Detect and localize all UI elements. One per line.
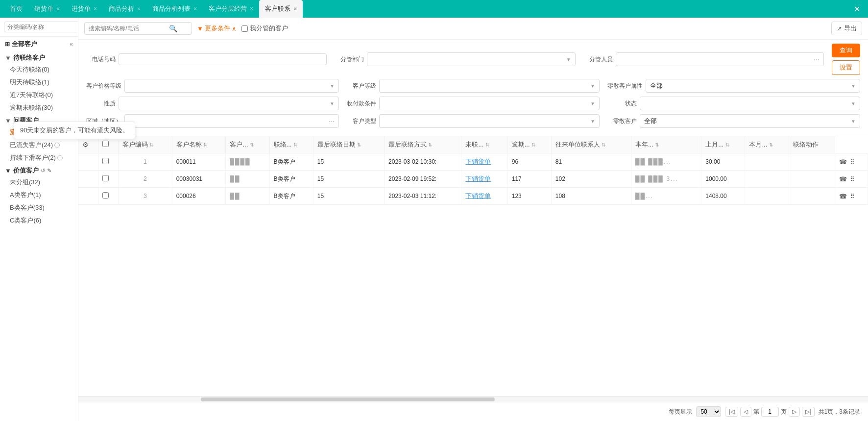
sidebar-group-value[interactable]: ▼ 价值客户 ↺ ✎ bbox=[0, 164, 78, 176]
last-method-link[interactable]: 下销货单 bbox=[465, 175, 491, 182]
sidebar-item-today[interactable]: 今天待联络(0) bbox=[0, 63, 78, 76]
more-conditions-btn[interactable]: ▼ 更多条件 ∧ bbox=[197, 24, 237, 33]
tab-customer-contact[interactable]: 客户联系 × bbox=[259, 0, 303, 18]
row-checkbox-0[interactable] bbox=[102, 158, 109, 164]
filter-search-icon[interactable]: 🔍 bbox=[169, 25, 177, 32]
sidebar-search-input[interactable] bbox=[4, 22, 78, 32]
page-input[interactable] bbox=[761, 407, 779, 417]
col-last-date[interactable]: 最后联络日期 ⇅ bbox=[313, 136, 384, 153]
last-method-link[interactable]: 下销货单 bbox=[465, 158, 491, 165]
col-name[interactable]: 客户名称 ⇅ bbox=[172, 136, 226, 153]
select-all-checkbox[interactable] bbox=[102, 141, 109, 147]
first-page-btn[interactable]: |◁ bbox=[725, 407, 738, 417]
phone-input[interactable] bbox=[119, 53, 327, 65]
row-last-method-cell[interactable]: 下销货单 bbox=[461, 153, 507, 171]
contact-count-sort-icon[interactable]: ⇅ bbox=[293, 142, 297, 148]
last-month-sort-icon[interactable]: ⇅ bbox=[725, 142, 729, 148]
customer-type-select[interactable]: ▼ bbox=[379, 114, 600, 128]
sidebar-item-ungrouped[interactable]: 未分组(32) bbox=[0, 176, 78, 189]
my-customers-checkbox[interactable]: 我分管的客户 bbox=[241, 24, 288, 33]
value-edit-icon[interactable]: ✎ bbox=[47, 168, 51, 174]
contact-action-icon-0[interactable]: ☎ bbox=[839, 158, 847, 166]
tab-product-analysis-list-close[interactable]: × bbox=[193, 5, 197, 12]
row-checkbox-1[interactable] bbox=[102, 175, 109, 181]
row-action-cell[interactable]: ☎ ⠿ bbox=[835, 188, 868, 205]
name-sort-icon[interactable]: ⇅ bbox=[203, 142, 207, 148]
prev-page-btn[interactable]: ◁ bbox=[740, 407, 751, 417]
gear-icon[interactable]: ⚙ bbox=[82, 141, 89, 149]
this-month-sort-icon[interactable]: ⇅ bbox=[769, 142, 773, 148]
overdue-sort-icon[interactable]: ⇅ bbox=[531, 142, 535, 148]
row-action-cell[interactable]: ☎ ⠿ bbox=[835, 171, 868, 188]
settings-button[interactable]: 设置 bbox=[832, 60, 860, 75]
contact-action-icon-2[interactable]: ☎ bbox=[839, 193, 847, 200]
nature-select[interactable]: ▼ bbox=[119, 97, 339, 110]
tab-purchase-order[interactable]: 进货单 × bbox=[66, 0, 103, 18]
tab-product-analysis[interactable]: 商品分析 × bbox=[103, 0, 146, 18]
scrollbar-thumb[interactable] bbox=[201, 397, 495, 401]
sidebar-item-c-class[interactable]: C类客户(6) bbox=[0, 214, 78, 227]
tab-purchase-order-close[interactable]: × bbox=[94, 5, 97, 12]
all-customers-header[interactable]: ⊞ 全部客户 « bbox=[0, 37, 78, 51]
sidebar-item-tomorrow[interactable]: 明天待联络(1) bbox=[0, 76, 78, 89]
row-checkbox-cell[interactable] bbox=[98, 171, 118, 188]
dept-select[interactable]: ▼ bbox=[367, 52, 575, 66]
region-more-btn[interactable]: ··· bbox=[329, 117, 335, 125]
status-select[interactable]: ▼ bbox=[640, 97, 860, 110]
row-checkbox-cell[interactable] bbox=[98, 153, 118, 171]
col-type[interactable]: 客户... ⇅ bbox=[226, 136, 269, 153]
tab-product-analysis-list[interactable]: 商品分析列表 × bbox=[146, 0, 203, 18]
row-last-method-cell[interactable]: 下销货单 bbox=[461, 171, 507, 188]
tab-customer-tier[interactable]: 客户分层经营 × bbox=[203, 0, 259, 18]
last-date-sort-icon[interactable]: ⇅ bbox=[357, 142, 361, 148]
table-container[interactable]: ⚙ 客户编码 ⇅ 客户名称 ⇅ 客户... ⇅ 联络... ⇅ 最后联络日期 ⇅… bbox=[78, 136, 868, 396]
region-select[interactable]: ··· bbox=[124, 114, 339, 128]
contact-person-sort-icon[interactable]: ⇅ bbox=[602, 142, 605, 148]
person-select[interactable]: ··· bbox=[616, 52, 824, 66]
col-this-month[interactable]: 本月... ⇅ bbox=[745, 136, 789, 153]
col-contact-person[interactable]: 往来单位联系人 ⇅ bbox=[551, 136, 631, 153]
zero-attr-select[interactable]: 全部 ▼ bbox=[646, 79, 860, 93]
export-button[interactable]: ↗ 导出 bbox=[831, 22, 862, 35]
more-action-icon-2[interactable]: ⠿ bbox=[850, 193, 855, 200]
more-action-icon-0[interactable]: ⠿ bbox=[850, 158, 855, 166]
row-last-method-cell[interactable]: 下销货单 bbox=[461, 188, 507, 205]
customer-level-select[interactable]: ▼ bbox=[379, 79, 600, 93]
sidebar-item-a-class[interactable]: A类客户(1) bbox=[0, 189, 78, 201]
row-checkbox-2[interactable] bbox=[102, 192, 109, 198]
sidebar-item-7days[interactable]: 近7天待联络(0) bbox=[0, 89, 78, 101]
price-level-select[interactable]: ▼ bbox=[124, 79, 339, 93]
next-page-btn[interactable]: ▷ bbox=[789, 407, 800, 417]
payment-select[interactable]: ▼ bbox=[379, 97, 600, 110]
col-last-month[interactable]: 上月... ⇅ bbox=[701, 136, 745, 153]
query-button[interactable]: 查询 bbox=[832, 44, 860, 57]
col-overdue[interactable]: 逾期... ⇅ bbox=[507, 136, 551, 153]
row-action-cell[interactable]: ☎ ⠿ bbox=[835, 153, 868, 171]
sidebar-item-declining[interactable]: 持续下滑客户(2) ⓘ bbox=[0, 151, 78, 164]
tab-sales-order[interactable]: 销货单 × bbox=[28, 0, 66, 18]
last-method-sort-icon[interactable]: ⇅ bbox=[428, 142, 432, 148]
col-this-year[interactable]: 本年... ⇅ bbox=[631, 136, 701, 153]
tab-sales-order-close[interactable]: × bbox=[56, 5, 60, 12]
tab-customer-contact-close[interactable]: × bbox=[293, 5, 297, 12]
window-close-button[interactable]: ✕ bbox=[850, 4, 864, 14]
uncontacted-sort-icon[interactable]: ⇅ bbox=[485, 142, 489, 148]
sidebar-group-pending[interactable]: ▼ 待联络客户 bbox=[0, 51, 78, 63]
col-last-method[interactable]: 最后联络方式 ⇅ bbox=[385, 136, 461, 153]
more-action-icon-1[interactable]: ⠿ bbox=[850, 175, 855, 183]
col-uncontacted[interactable]: 未联... ⇅ bbox=[461, 136, 507, 153]
sidebar-collapse-btn[interactable]: « bbox=[70, 41, 73, 48]
type-sort-icon[interactable]: ⇅ bbox=[250, 142, 254, 148]
horizontal-scrollbar[interactable] bbox=[78, 396, 868, 402]
sidebar-item-b-class[interactable]: B类客户(33) bbox=[0, 201, 78, 214]
sidebar-item-lost[interactable]: 已流失客户(24) ⓘ bbox=[0, 139, 78, 151]
zero-customer-select[interactable]: 全部 ▼ bbox=[640, 114, 860, 128]
contact-action-icon-1[interactable]: ☎ bbox=[839, 175, 847, 183]
my-customers-check[interactable] bbox=[241, 25, 248, 32]
tab-customer-tier-close[interactable]: × bbox=[250, 5, 253, 12]
this-year-sort-icon[interactable]: ⇅ bbox=[655, 142, 659, 148]
value-refresh-icon[interactable]: ↺ bbox=[41, 168, 45, 174]
tab-home[interactable]: 首页 bbox=[4, 0, 28, 18]
last-page-btn[interactable]: ▷| bbox=[802, 407, 815, 417]
per-page-select[interactable]: 50 100 200 bbox=[696, 406, 721, 417]
